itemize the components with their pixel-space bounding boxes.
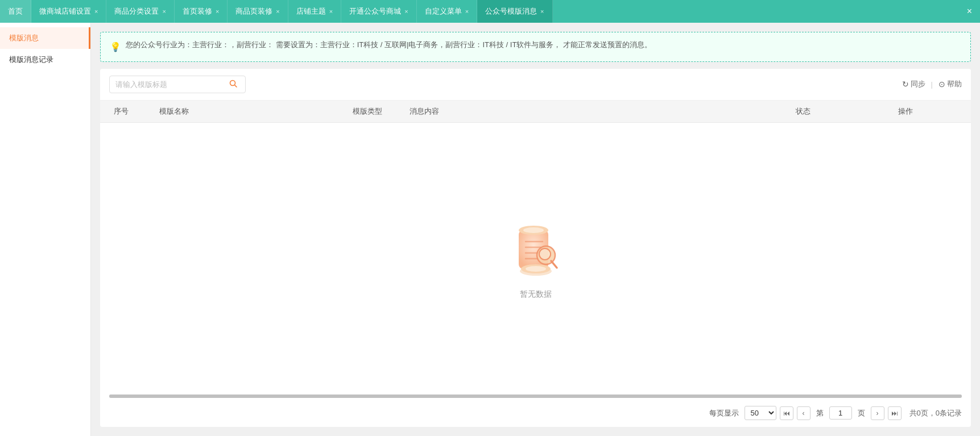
col-header-actions: 操作 [894, 101, 962, 122]
toolbar-right: ↻ 同步 | ⊙ 帮助 [902, 79, 962, 89]
search-area [109, 76, 246, 93]
help-button[interactable]: ⊙ 帮助 [938, 79, 962, 89]
per-page-label: 每页显示 [709, 408, 739, 418]
svg-point-13 [539, 248, 551, 260]
svg-point-5 [523, 227, 544, 233]
prev-page-button[interactable]: ‹ [797, 406, 811, 420]
col-header-name: 模版名称 [155, 101, 348, 122]
nav-tab-category-settings-close[interactable]: × [162, 8, 166, 15]
nav-tab-custom-menu[interactable]: 自定义菜单 × [417, 0, 477, 23]
sidebar-item-template-message-log-label: 模版消息记录 [9, 55, 53, 64]
nav-tab-home-label: 首页 [8, 6, 23, 16]
search-icon [229, 80, 237, 88]
top-navigation: 首页 微商城店铺设置 × 商品分类设置 × 首页装修 × 商品页装修 × 店铺主… [0, 0, 980, 23]
nav-tab-custom-menu-close[interactable]: × [465, 8, 469, 15]
help-label: 帮助 [947, 79, 962, 89]
svg-line-14 [551, 261, 557, 268]
nav-tab-product-decoration[interactable]: 商品页装修 × [228, 0, 288, 23]
sync-button[interactable]: ↻ 同步 [902, 79, 925, 89]
page-input[interactable] [829, 406, 852, 420]
col-header-status: 状态 [791, 101, 894, 122]
nav-tab-template-message-label: 公众号模版消息 [485, 6, 537, 16]
nav-tab-store-theme[interactable]: 店铺主题 × [288, 0, 341, 23]
search-button[interactable] [224, 76, 243, 93]
nav-tab-template-message[interactable]: 公众号模版消息 × [477, 0, 552, 23]
nav-tab-homepage-decoration-label: 首页装修 [183, 6, 212, 16]
nav-tab-open-mall-label: 开通公众号商城 [349, 6, 401, 16]
col-header-index: 序号 [109, 101, 155, 122]
nav-tab-category-settings[interactable]: 商品分类设置 × [106, 0, 174, 23]
notice-icon: 💡 [110, 40, 121, 55]
notice-box: 💡 您的公众号行业为：主营行业：，副营行业： 需要设置为：主营行业：IT科技 /… [100, 32, 971, 62]
sidebar-item-template-message-log[interactable]: 模版消息记录 [0, 49, 90, 70]
horizontal-scrollbar[interactable] [109, 395, 962, 398]
nav-tab-template-message-close[interactable]: × [540, 8, 544, 15]
toolbar: ↻ 同步 | ⊙ 帮助 [100, 69, 971, 101]
page-label: 第 [816, 408, 824, 418]
scrollbar-area [100, 391, 971, 401]
main-layout: 模版消息 模版消息记录 💡 您的公众号行业为：主营行业：，副营行业： 需要设置为… [0, 23, 980, 436]
search-input[interactable] [110, 77, 224, 92]
scrollbar-thumb [109, 395, 962, 398]
sync-label: 同步 [911, 79, 925, 89]
notice-text-before: 您的公众号行业为：主营行业：，副营行业： [126, 40, 274, 49]
notice-text-highlight: 需要设置为：主营行业：IT科技 / 互联网|电子商务，副营行业：IT科技 / I… [276, 40, 561, 49]
sync-icon: ↻ [902, 80, 909, 89]
nav-tab-product-decoration-close[interactable]: × [276, 8, 279, 15]
next-page-button[interactable]: › [871, 406, 884, 420]
nav-tab-homepage-decoration[interactable]: 首页装修 × [175, 0, 228, 23]
close-all-tabs-button[interactable]: × [959, 6, 980, 16]
nav-tab-shop-settings-label: 微商城店铺设置 [39, 6, 91, 16]
last-page-button[interactable]: ⏭ [888, 406, 902, 420]
page-suffix: 页 [858, 408, 865, 418]
col-header-content: 消息内容 [405, 101, 791, 122]
nav-tab-custom-menu-label: 自定义菜单 [425, 6, 462, 16]
nav-tab-product-decoration-label: 商品页装修 [235, 6, 272, 16]
nav-tab-open-mall[interactable]: 开通公众号商城 × [341, 0, 416, 23]
nav-tab-store-theme-label: 店铺主题 [296, 6, 326, 16]
nav-tab-shop-settings-close[interactable]: × [94, 8, 98, 15]
nav-tab-store-theme-close[interactable]: × [329, 8, 333, 15]
main-content: 💡 您的公众号行业为：主营行业：，副营行业： 需要设置为：主营行业：IT科技 /… [91, 23, 980, 436]
per-page-select[interactable]: 50 10 20 100 [745, 406, 776, 420]
empty-state: 暂无数据 [100, 123, 971, 391]
content-card: ↻ 同步 | ⊙ 帮助 序号 模版名称 模版类型 消息内容 状态 操作 [100, 69, 971, 427]
pagination: 每页显示 50 10 20 100 ⏮ ‹ 第 页 › ⏭ 共0页，0条记录 [100, 401, 971, 427]
col-header-type: 模版类型 [348, 101, 405, 122]
svg-point-7 [526, 266, 546, 272]
total-info: 共0页，0条记录 [909, 408, 962, 418]
notice-text: 您的公众号行业为：主营行业：，副营行业： 需要设置为：主营行业：IT科技 / 互… [126, 39, 652, 51]
empty-text: 暂无数据 [520, 289, 552, 300]
nav-tab-home[interactable]: 首页 [0, 0, 31, 23]
toolbar-divider: | [931, 80, 933, 89]
empty-illustration [502, 214, 570, 283]
sidebar-item-template-message[interactable]: 模版消息 [0, 27, 90, 49]
nav-tab-shop-settings[interactable]: 微商城店铺设置 × [31, 0, 106, 23]
sidebar-item-template-message-label: 模版消息 [9, 34, 39, 42]
notice-text-after: 才能正常发送预置的消息。 [563, 40, 652, 49]
table-header: 序号 模版名称 模版类型 消息内容 状态 操作 [100, 101, 971, 123]
sidebar: 模版消息 模版消息记录 [0, 23, 91, 436]
first-page-button[interactable]: ⏮ [780, 406, 793, 420]
nav-tab-category-settings-label: 商品分类设置 [114, 6, 159, 16]
svg-line-1 [235, 85, 237, 87]
nav-tab-homepage-decoration-close[interactable]: × [216, 8, 219, 15]
help-icon: ⊙ [938, 80, 945, 89]
nav-tab-open-mall-close[interactable]: × [404, 8, 408, 15]
